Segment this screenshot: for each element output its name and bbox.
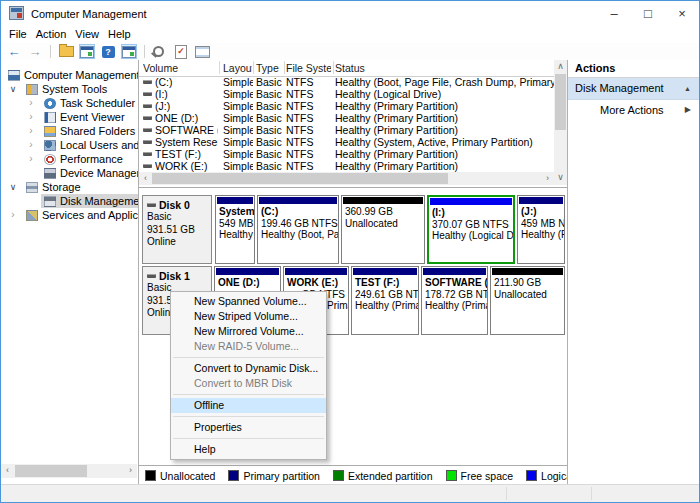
menu-separator: [173, 394, 324, 395]
volume-row-system-reserved[interactable]: System ReservedSimpleBasicNTFSHealthy (S…: [139, 136, 554, 148]
task-scheduler-icon: [44, 98, 56, 109]
volume-row-one-d[interactable]: ONE (D:)SimpleBasicNTFSHealthy (Primary …: [139, 112, 554, 124]
scroll-left-icon[interactable]: ‹: [139, 172, 152, 186]
expander-open-icon[interactable]: ∨: [7, 82, 19, 96]
forward-icon[interactable]: →: [27, 44, 43, 59]
disk-icon: [147, 203, 156, 207]
scrollbar-thumb[interactable]: [15, 465, 87, 477]
expander-collapsed-icon[interactable]: ›: [25, 110, 37, 124]
menu-item-help[interactable]: Help: [171, 442, 326, 457]
scroll-left-icon[interactable]: ‹: [1, 464, 14, 478]
disk-0-label[interactable]: Disk 0 Basic 931.51 GB Online: [142, 195, 212, 264]
volume-row-software-g[interactable]: SOFTWARE (G:)SimpleBasicNTFSHealthy (Pri…: [139, 124, 554, 136]
statusbar: [1, 484, 699, 502]
volume-row-test-f[interactable]: TEST (F:)SimpleBasicNTFSHealthy (Primary…: [139, 148, 554, 160]
show-console-tree-icon[interactable]: [79, 44, 95, 59]
menu-help[interactable]: Help: [108, 27, 140, 43]
console-tree: Computer Management (Local) ∨ System Too…: [1, 60, 139, 485]
partition-unallocated-disk0[interactable]: 360.99 GB Unallocated: [341, 195, 425, 264]
tree-item-shared-folders[interactable]: › Shared Folders: [1, 124, 138, 138]
scrollbar-thumb[interactable]: [152, 173, 448, 184]
menu-item-properties[interactable]: Properties: [171, 420, 326, 435]
free-space-swatch: [446, 470, 457, 481]
tree-item-disk-management[interactable]: Disk Management: [1, 194, 138, 208]
expander-collapsed-icon[interactable]: ›: [25, 124, 37, 138]
tree-item-device-manager[interactable]: Device Manager: [1, 166, 138, 180]
menubar: File Action View Help: [1, 27, 699, 43]
primary-partition-bar: [285, 268, 347, 275]
partition-unallocated-disk1[interactable]: 211.90 GB Unallocated: [490, 266, 565, 335]
volume-row-work-e[interactable]: WORK (E:)SimpleBasicNTFSHealthy (Primary…: [139, 160, 554, 172]
menu-file[interactable]: File: [9, 27, 36, 43]
performance-icon: [44, 154, 56, 165]
menu-separator: [173, 438, 324, 439]
tree-item-computer-management[interactable]: Computer Management (Local): [1, 68, 138, 82]
expander-collapsed-icon[interactable]: ›: [25, 96, 37, 110]
partition-i-selected[interactable]: (I:) 370.07 GB NTFS Healthy (Logical Dr: [427, 195, 515, 264]
partition-test-f[interactable]: TEST (F:) 249.61 GB NTFS Healthy (Primar: [351, 266, 419, 335]
tree-horizontal-scrollbar[interactable]: ‹ ›: [1, 464, 137, 478]
volume-icon: [143, 104, 152, 108]
tree-item-task-scheduler[interactable]: › Task Scheduler: [1, 96, 138, 110]
help-icon[interactable]: ?: [100, 44, 116, 59]
partition-j[interactable]: (J:) 459 MB NTFS Healthy (Primary: [517, 195, 565, 264]
column-header-volume[interactable]: Volume: [143, 61, 217, 75]
expander-collapsed-icon[interactable]: ›: [7, 208, 19, 222]
console-window-icon[interactable]: [121, 44, 137, 59]
menu-item-offline[interactable]: Offline: [171, 398, 326, 413]
partition-c[interactable]: (C:) 199.46 GB NTFS Healthy (Boot, Page: [257, 195, 339, 264]
primary-partition-bar: [259, 197, 337, 204]
expander-collapsed-icon[interactable]: ›: [25, 138, 37, 152]
check-document-icon[interactable]: ✓: [173, 44, 189, 59]
scroll-right-icon[interactable]: ›: [124, 464, 137, 478]
back-icon[interactable]: ←: [6, 44, 22, 59]
tree-item-event-viewer[interactable]: › Event Viewer: [1, 110, 138, 124]
tree-item-system-tools[interactable]: ∨ System Tools: [1, 82, 138, 96]
tree-item-services-applications[interactable]: › Services and Applications: [1, 208, 138, 222]
menu-item-new-striped-volume[interactable]: New Striped Volume...: [171, 309, 326, 324]
collapse-caret-icon[interactable]: ▲: [684, 78, 691, 99]
tree-item-performance[interactable]: › Performance: [1, 152, 138, 166]
scroll-down-icon[interactable]: ∨: [554, 171, 567, 185]
more-actions-item[interactable]: More Actions ▶: [568, 100, 699, 120]
partition-system[interactable]: System 549 MB NTFS Healthy (System, Acti…: [215, 195, 255, 264]
volume-table: (C:)SimpleBasicNTFSHealthy (Boot, Page F…: [139, 76, 554, 172]
volume-row-j[interactable]: (J:)SimpleBasicNTFSHealthy (Primary Part…: [139, 100, 554, 112]
tree-item-storage[interactable]: ∨ Storage: [1, 180, 138, 194]
partition-software-g[interactable]: SOFTWARE (G:) 178.72 GB NTFS Healthy (Pr…: [421, 266, 488, 335]
scroll-right-icon[interactable]: ›: [541, 172, 554, 186]
tree-item-local-users-groups[interactable]: › Local Users and Groups: [1, 138, 138, 152]
unallocated-bar: [343, 197, 423, 204]
volume-row-i[interactable]: (I:)SimpleBasicNTFSHealthy (Logical Driv…: [139, 88, 554, 100]
column-header-type[interactable]: Type: [256, 61, 282, 75]
close-button[interactable]: ×: [665, 1, 699, 27]
actions-group-disk-management[interactable]: Disk Management ▲: [568, 78, 699, 100]
partition-legend: Unallocated Primary partition Extended p…: [139, 465, 567, 485]
menu-view[interactable]: View: [75, 27, 108, 43]
volume-vertical-scrollbar[interactable]: ∧ ∨: [554, 60, 567, 185]
expander-collapsed-icon[interactable]: ›: [25, 152, 37, 166]
menu-item-new-spanned-volume[interactable]: New Spanned Volume...: [171, 294, 326, 309]
up-folder-icon[interactable]: [58, 44, 74, 59]
volume-horizontal-scrollbar[interactable]: ‹ ›: [139, 172, 554, 185]
search-icon[interactable]: [152, 44, 168, 59]
expander-open-icon[interactable]: ∨: [7, 180, 19, 194]
scrollbar-thumb[interactable]: [555, 74, 566, 130]
storage-icon: [26, 182, 38, 193]
menu-action[interactable]: Action: [36, 27, 76, 43]
menu-item-convert-to-dynamic-disk[interactable]: Convert to Dynamic Disk...: [171, 361, 326, 376]
volume-row-c[interactable]: (C:)SimpleBasicNTFSHealthy (Boot, Page F…: [139, 76, 554, 88]
list-view-icon[interactable]: [194, 44, 210, 59]
maximize-button[interactable]: □: [631, 1, 665, 27]
column-header-status[interactable]: Status: [335, 61, 535, 75]
menu-separator: [173, 357, 324, 358]
device-manager-icon: [44, 168, 56, 179]
primary-partition-bar: [216, 268, 279, 275]
column-header-layout[interactable]: Layout: [223, 61, 252, 75]
menu-item-new-mirrored-volume[interactable]: New Mirrored Volume...: [171, 324, 326, 339]
column-header-file-system[interactable]: File System: [286, 61, 331, 75]
computer-management-window: Computer Management – □ × File Action Vi…: [0, 0, 700, 503]
volume-icon: [143, 92, 152, 96]
minimize-button[interactable]: –: [597, 1, 631, 27]
scroll-up-icon[interactable]: ∧: [554, 60, 567, 74]
